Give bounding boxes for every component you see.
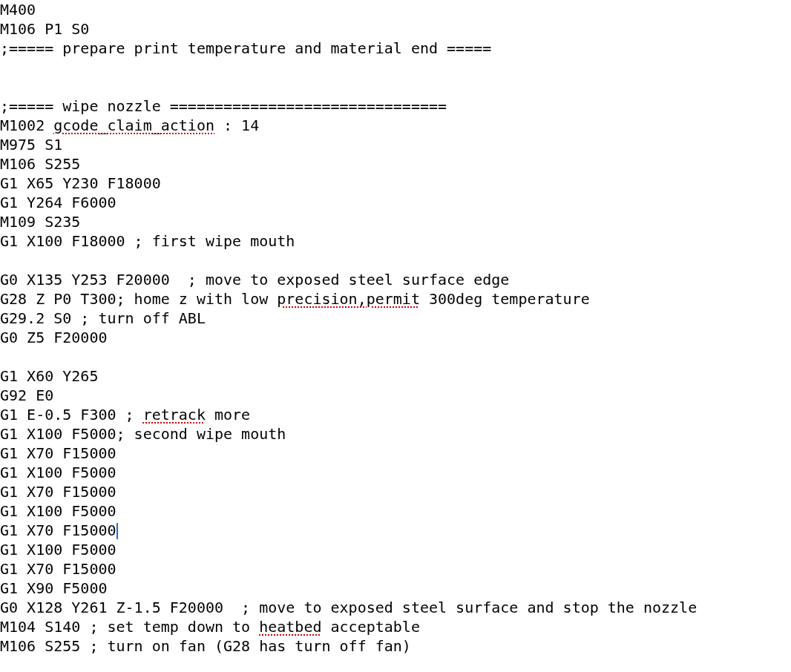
gcode-text-block[interactable]: M400 M106 P1 S0 ;===== prepare print tem… [0, 0, 791, 656]
code-line: G1 X100 F5000; second wipe mouth [0, 425, 286, 443]
code-line: G0 Z5 F20000 [0, 329, 108, 346]
code-line: G1 E-0.5 F300 ; retrack more [0, 406, 250, 424]
code-line: G1 X100 F5000 [0, 541, 116, 559]
code-line: G1 X70 F15000 [0, 521, 118, 539]
spellcheck-underline: retrack [143, 406, 206, 424]
code-line: M106 P1 S0 [0, 20, 89, 38]
code-line: G0 X135 Y253 F20000 ; move to exposed st… [0, 271, 509, 289]
code-line: G1 X60 Y265 [0, 367, 98, 385]
text-cursor [116, 523, 118, 539]
code-line: M400 [0, 1, 36, 19]
code-line: G1 X100 F5000 [0, 464, 116, 481]
code-line: G1 X70 F15000 [0, 560, 116, 578]
spellcheck-underline: heatbed [259, 618, 321, 636]
code-line: G1 X100 F5000 [0, 502, 116, 520]
spellcheck-underline: gcode_claim_action [53, 116, 214, 134]
code-line: G29.2 S0 ; turn off ABL [0, 309, 206, 327]
code-line: G1 X70 F15000 [0, 444, 116, 462]
code-line: G28 Z P0 T300; home z with low precision… [0, 290, 590, 308]
code-line: G1 X70 F15000 [0, 483, 116, 501]
code-line: G1 X90 F5000 [0, 579, 108, 597]
code-line: G1 X65 Y230 F18000 [0, 174, 161, 192]
code-line: M109 S235 [0, 213, 80, 231]
code-line: M106 S255 [0, 155, 80, 173]
code-line: M106 S255 ; turn on fan (G28 has turn of… [0, 637, 411, 655]
code-line: ;===== prepare print temperature and mat… [0, 39, 491, 57]
code-line: G1 Y264 F6000 [0, 194, 116, 211]
spellcheck-underline: precision,permit [277, 290, 420, 308]
code-line: G0 X128 Y261 Z-1.5 F20000 ; move to expo… [0, 599, 697, 616]
code-line: M1002 gcode_claim_action : 14 [0, 116, 259, 134]
code-line: M975 S1 [0, 136, 62, 154]
code-line: G1 X100 F18000 ; first wipe mouth [0, 232, 295, 250]
code-line: ;===== wipe nozzle =====================… [0, 97, 447, 115]
code-line: M104 S140 ; set temp down to heatbed acc… [0, 618, 420, 636]
code-line: G92 E0 [0, 386, 53, 404]
